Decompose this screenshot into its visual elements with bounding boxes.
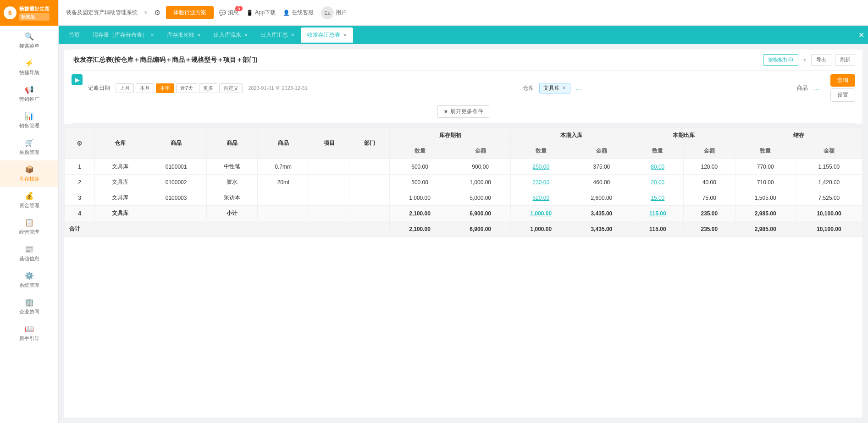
- col-bal-amt: 金额: [796, 143, 862, 159]
- app-download-btn[interactable]: 📱 App下载: [246, 9, 276, 16]
- row-warehouse: 文具库: [95, 159, 146, 175]
- in-qty-link[interactable]: 520.00: [532, 195, 549, 201]
- sidebar-item-basic[interactable]: 📰基础信息: [0, 240, 58, 267]
- tab-首页[interactable]: 首页: [62, 27, 86, 43]
- row-bal-amt: 10,100.00: [796, 206, 862, 221]
- sidebar-label-corp: 企业协同: [19, 308, 39, 315]
- row-project: [309, 175, 349, 190]
- sidebar-label-purchase: 采购管理: [19, 149, 39, 156]
- filter-expand-btn[interactable]: ▶: [72, 74, 83, 85]
- col-settings-header: ⚙: [65, 128, 95, 159]
- expand-more-btn[interactable]: ▼ 展开更多条件: [437, 105, 490, 118]
- row-spec: 0.7mm: [257, 159, 309, 175]
- row-project: [309, 206, 349, 221]
- row-seq: 4: [65, 206, 95, 221]
- tab-出入库流水[interactable]: 出入库流水✕: [207, 27, 254, 43]
- footer-bal-qty: 2,985.00: [735, 221, 796, 237]
- sidebar: 6 畅捷通好生意 标准版 🔍搜索菜单⚡快捷导航📢营销推广📊销售管理🛒采购管理📦库…: [0, 0, 59, 423]
- footer-in-qty: 1,000.00: [511, 221, 571, 237]
- search-icon: 🔍: [25, 32, 34, 41]
- footer-bal-amt: 10,100.00: [796, 221, 862, 237]
- warehouse-remove-icon[interactable]: ✕: [562, 85, 566, 91]
- sidebar-item-quick[interactable]: ⚡快捷导航: [0, 54, 58, 81]
- tabs-close-all[interactable]: ✕: [858, 31, 864, 39]
- sidebar-item-inventory[interactable]: 📦库存核算: [0, 160, 58, 187]
- row-opening-amt: 900.00: [450, 159, 511, 175]
- out-qty-link[interactable]: 15.00: [651, 195, 664, 201]
- tab-出入库汇总[interactable]: 出入库汇总✕: [254, 27, 301, 43]
- expand-icon: ▼: [443, 109, 449, 115]
- sidebar-item-system[interactable]: ⚙️系统管理: [0, 267, 58, 293]
- gear-icon[interactable]: ⚙: [154, 8, 160, 17]
- sidebar-item-purchase[interactable]: 🛒采购管理: [0, 134, 58, 160]
- date-btn-本年[interactable]: 本年: [156, 83, 174, 93]
- row-project: [309, 159, 349, 175]
- topbar: 装备及固定资产辅助管理系统 ▼ ⚙ 体验行业方案 💬 6 消息 📱 App下载 …: [59, 0, 868, 26]
- tab-现存量库存分布表[interactable]: 现存量（库存分布表）✕: [86, 27, 160, 43]
- tab-库存批次账[interactable]: 库存批次账✕: [160, 27, 207, 43]
- sidebar-item-search[interactable]: 🔍搜索菜单: [0, 27, 58, 54]
- in-qty-link[interactable]: 1,000.00: [530, 210, 552, 217]
- basic-icon: 📰: [25, 245, 34, 253]
- trial-btn[interactable]: 体验行业方案: [166, 6, 214, 19]
- col-balance-header: 结存: [735, 128, 862, 143]
- query-btn[interactable]: 查询: [830, 74, 855, 87]
- setting-btn[interactable]: 设置: [830, 88, 855, 102]
- row-out-amt: 235.00: [684, 206, 735, 221]
- row-bal-amt: 1,420.00: [796, 175, 862, 190]
- table-settings-icon[interactable]: ⚙: [77, 140, 83, 147]
- date-label: 记账日期: [88, 84, 110, 92]
- date-btn-近7天[interactable]: 近7天: [176, 83, 197, 93]
- out-qty-link[interactable]: 20.00: [651, 179, 664, 186]
- goods-more-icon[interactable]: ...: [813, 84, 819, 92]
- sidebar-item-finance[interactable]: 💰资金管理: [0, 187, 58, 214]
- row-in-qty: 230.00: [511, 175, 571, 190]
- out-qty-link[interactable]: 80.00: [651, 164, 664, 170]
- row-code: 0100003: [146, 190, 206, 206]
- sidebar-item-corp[interactable]: 🏢企业协同: [0, 293, 58, 320]
- col-in-amt: 金额: [571, 143, 632, 159]
- print-btn[interactable]: 按模板打印: [763, 54, 798, 66]
- row-out-qty: 115.00: [632, 206, 684, 221]
- refresh-btn[interactable]: 刷新: [835, 54, 855, 66]
- date-btn-本月[interactable]: 本月: [136, 83, 154, 93]
- tab-close-icon[interactable]: ✕: [291, 33, 294, 38]
- sidebar-item-sales[interactable]: 📊销售管理: [0, 107, 58, 134]
- in-qty-link[interactable]: 250.00: [532, 164, 549, 170]
- tab-close-icon[interactable]: ✕: [197, 33, 201, 38]
- online-service-btn[interactable]: 👤 在线客服: [283, 9, 314, 16]
- date-btn-自定义[interactable]: 自定义: [219, 83, 243, 93]
- tab-收发存汇总表[interactable]: 收发存汇总表✕: [301, 27, 353, 43]
- col-code-header: 商品: [146, 128, 206, 159]
- date-btn-上月[interactable]: 上月: [116, 83, 134, 93]
- out-qty-link[interactable]: 115.00: [649, 210, 666, 217]
- message-badge: 6: [235, 6, 243, 11]
- row-out-qty: 15.00: [632, 190, 684, 206]
- row-bal-amt: 1,155.00: [796, 159, 862, 175]
- header-actions: 按模板打印 ▼ 导出 刷新: [763, 54, 855, 66]
- row-dept: [349, 175, 390, 190]
- in-qty-link[interactable]: 230.00: [532, 179, 549, 186]
- message-btn[interactable]: 💬 6 消息: [219, 9, 239, 16]
- footer-out-amt: 235.00: [684, 221, 735, 237]
- tab-close-icon[interactable]: ✕: [343, 33, 347, 38]
- tab-close-icon[interactable]: ✕: [244, 33, 248, 38]
- row-seq: 2: [65, 175, 95, 190]
- export-btn[interactable]: 导出: [811, 54, 831, 66]
- sidebar-label-marketing: 营销推广: [19, 96, 39, 103]
- footer-row: 合计 2,100.00 6,900.00 1,000.00 3,435.00 1…: [65, 221, 862, 237]
- sidebar-item-marketing[interactable]: 📢营销推广: [0, 81, 58, 107]
- sidebar-item-operation[interactable]: 📋经营管理: [0, 214, 58, 240]
- warehouse-label: 仓库: [523, 84, 534, 92]
- system-name: 装备及固定资产辅助管理系统: [66, 9, 138, 16]
- date-btn-更多[interactable]: 更多: [199, 83, 217, 93]
- sidebar-item-guide[interactable]: 📖新手引导: [0, 320, 58, 346]
- row-code: [146, 206, 206, 221]
- date-buttons: 上月本月本年近7天更多自定义: [116, 83, 243, 93]
- user-menu[interactable]: Ea 用户: [321, 6, 347, 19]
- warehouse-more-icon[interactable]: ...: [576, 84, 582, 92]
- goods-label: 商品: [797, 84, 808, 92]
- tab-close-icon[interactable]: ✕: [150, 33, 154, 38]
- row-spec: [257, 206, 309, 221]
- app-name: 畅捷通好生意: [19, 5, 50, 12]
